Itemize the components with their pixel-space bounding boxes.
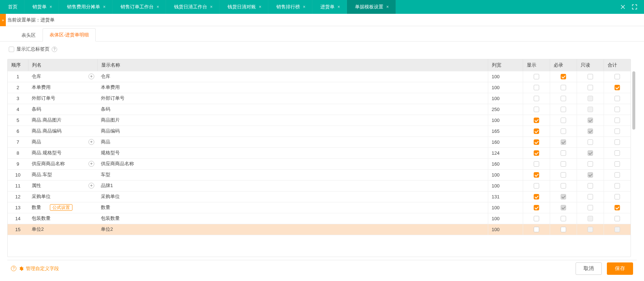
cell-width[interactable]: 100 [488, 213, 523, 224]
checkbox[interactable] [534, 194, 539, 199]
cell-display[interactable]: 品牌1 [97, 180, 488, 191]
summary-checkbox[interactable] [9, 47, 14, 52]
cancel-button[interactable]: 取消 [576, 262, 602, 275]
formula-button[interactable]: 公式设置 [50, 204, 72, 211]
checkbox[interactable] [588, 205, 593, 210]
cell-width[interactable]: 124 [488, 147, 523, 158]
close-all-icon[interactable] [617, 0, 629, 14]
table-row[interactable]: 7商品+商品160 [8, 136, 631, 147]
table-row[interactable]: 10商品.车型车型100 [8, 169, 631, 180]
cell-display[interactable]: 采购单位 [97, 191, 488, 202]
cell-width[interactable]: 100 [488, 93, 523, 104]
checkbox[interactable] [588, 194, 593, 199]
close-icon[interactable]: × [210, 4, 213, 9]
footer-help-icon[interactable]: ? [11, 266, 16, 271]
checkbox[interactable] [534, 161, 539, 167]
top-tab-8[interactable]: 单据模板设置× [347, 0, 396, 14]
checkbox[interactable] [588, 183, 593, 189]
close-icon[interactable]: × [303, 4, 305, 9]
breadcrumb-toggle[interactable]: » [0, 14, 6, 26]
checkbox[interactable] [615, 107, 620, 112]
cell-width[interactable]: 100 [488, 180, 523, 191]
top-tab-4[interactable]: 钱货日清工作台× [166, 0, 220, 14]
cell-width[interactable]: 100 [488, 71, 523, 82]
checkbox[interactable] [615, 194, 620, 199]
cell-width[interactable]: 250 [488, 104, 523, 115]
table-row[interactable]: 1仓库+仓库100 [8, 71, 631, 82]
close-icon[interactable]: × [386, 4, 389, 9]
close-icon[interactable]: × [50, 4, 52, 9]
table-row[interactable]: 13数量公式设置数量100 [8, 202, 631, 213]
checkbox[interactable] [588, 85, 593, 90]
checkbox[interactable] [588, 161, 593, 167]
checkbox[interactable] [561, 118, 566, 123]
checkbox[interactable] [615, 172, 620, 178]
help-icon[interactable]: ? [52, 47, 57, 52]
manage-custom-fields-link[interactable]: 管理自定义字段 [26, 265, 59, 272]
table-row[interactable]: 9供应商商品名称+供应商商品名称160 [8, 158, 631, 169]
checkbox[interactable] [615, 205, 620, 210]
checkbox[interactable] [534, 227, 539, 232]
top-tab-1[interactable]: 销货单× [24, 0, 59, 14]
checkbox[interactable] [561, 150, 566, 156]
close-icon[interactable]: × [259, 4, 261, 9]
checkbox[interactable] [534, 107, 539, 112]
close-icon[interactable]: × [337, 4, 340, 9]
sub-tab-1[interactable]: 表体区-进货单明细 [43, 28, 96, 41]
table-row[interactable]: 15单位2单位2100 [8, 224, 631, 235]
checkbox[interactable] [534, 118, 539, 123]
scrollbar-thumb[interactable] [632, 71, 635, 130]
checkbox[interactable] [615, 161, 620, 167]
checkbox[interactable] [534, 139, 539, 145]
cell-width[interactable]: 100 [488, 169, 523, 180]
top-tab-7[interactable]: 进货单× [312, 0, 347, 14]
checkbox[interactable] [561, 183, 566, 189]
cell-display[interactable]: 仓库 [97, 71, 488, 82]
table-row[interactable]: 6商品.商品编码商品编码165 [8, 126, 631, 136]
checkbox[interactable] [615, 150, 620, 156]
cell-display[interactable]: 车型 [97, 169, 488, 180]
top-tab-5[interactable]: 钱货日清对账× [220, 0, 268, 14]
table-row[interactable]: 3外部订单号外部订单号100 [8, 93, 631, 104]
checkbox[interactable] [615, 128, 620, 134]
checkbox[interactable] [561, 107, 566, 112]
table-row[interactable]: 2本单费用本单费用100 [8, 82, 631, 93]
checkbox[interactable] [561, 227, 566, 232]
checkbox[interactable] [615, 85, 620, 90]
checkbox[interactable] [561, 85, 566, 90]
table-row[interactable]: 11属性+品牌1100 [8, 180, 631, 191]
checkbox[interactable] [615, 139, 620, 145]
cell-display[interactable]: 商品 [97, 136, 488, 147]
cell-display[interactable]: 数量 [97, 202, 488, 213]
add-icon[interactable]: + [88, 74, 94, 79]
checkbox[interactable] [615, 74, 620, 79]
top-tab-3[interactable]: 销售订单工作台× [112, 0, 166, 14]
checkbox[interactable] [534, 96, 539, 101]
add-icon[interactable]: + [88, 161, 94, 167]
close-icon[interactable]: × [157, 4, 159, 9]
checkbox[interactable] [588, 74, 593, 79]
top-tab-6[interactable]: 销售排行榜× [268, 0, 312, 14]
table-row[interactable]: 5商品.商品图片商品图片100 [8, 115, 631, 126]
checkbox[interactable] [534, 74, 539, 79]
cell-width[interactable]: 160 [488, 136, 523, 147]
cell-width[interactable]: 160 [488, 158, 523, 169]
checkbox[interactable] [615, 118, 620, 123]
checkbox[interactable] [588, 139, 593, 145]
add-icon[interactable]: + [88, 139, 94, 145]
cell-display[interactable]: 商品图片 [97, 115, 488, 126]
table-row[interactable]: 14包装数量包装数量100 [8, 213, 631, 224]
top-tab-2[interactable]: 销售费用分摊单× [59, 0, 112, 14]
checkbox[interactable] [561, 74, 566, 79]
cell-display[interactable]: 本单费用 [97, 82, 488, 93]
checkbox[interactable] [534, 128, 539, 134]
fullscreen-icon[interactable] [629, 0, 640, 14]
cell-width[interactable]: 100 [488, 224, 523, 235]
checkbox[interactable] [615, 96, 620, 101]
sub-tab-0[interactable]: 表头区 [15, 29, 43, 41]
checkbox[interactable] [561, 216, 566, 221]
checkbox[interactable] [534, 205, 539, 210]
cell-display[interactable]: 单位2 [97, 224, 488, 235]
checkbox[interactable] [534, 216, 539, 221]
cell-width[interactable]: 100 [488, 82, 523, 93]
